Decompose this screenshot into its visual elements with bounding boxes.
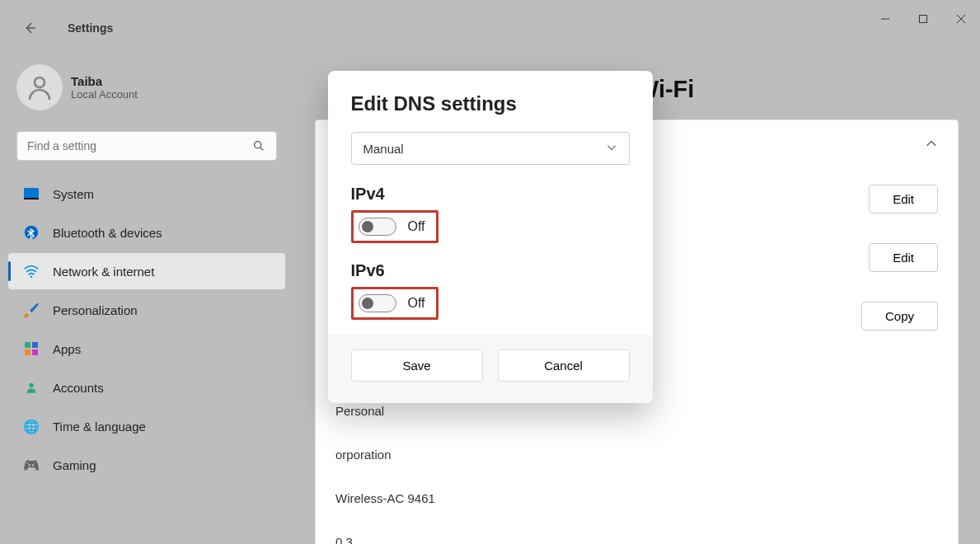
sidebar-item-bluetooth[interactable]: Bluetooth & devices: [8, 214, 285, 251]
sidebar-item-label: Gaming: [53, 458, 96, 472]
select-value: Manual: [363, 142, 404, 156]
svg-rect-1: [920, 16, 927, 23]
driver-version-value: 0.3: [335, 535, 938, 544]
svg-point-6: [255, 142, 261, 148]
sidebar-item-network[interactable]: Network & internet: [8, 253, 285, 289]
edit-dns-modal: Edit DNS settings Manual IPv4 Off IPv6 O…: [328, 71, 653, 403]
sidebar-item-system[interactable]: System: [8, 176, 285, 212]
ipv6-toggle-row: Off: [351, 287, 438, 320]
svg-line-7: [260, 148, 263, 150]
paint-icon: 🖌️: [23, 302, 40, 318]
ipv4-toggle-row: Off: [351, 210, 438, 243]
back-button[interactable]: [16, 15, 43, 41]
sidebar-item-time-language[interactable]: 🌐 Time & language: [8, 408, 285, 444]
svg-point-16: [29, 383, 33, 387]
ipv4-state: Off: [408, 219, 425, 234]
security-value: Personal: [335, 404, 938, 418]
save-button[interactable]: Save: [351, 349, 483, 382]
sidebar-item-label: Time & language: [53, 420, 146, 434]
search-input[interactable]: [16, 131, 277, 161]
user-block[interactable]: Taiba Local Account: [0, 56, 293, 119]
globe-icon: 🌐: [23, 418, 40, 434]
svg-rect-13: [32, 342, 38, 348]
window-controls: [866, 0, 980, 38]
sidebar-item-label: Personalization: [53, 303, 138, 317]
user-name: Taiba: [71, 74, 138, 88]
chevron-up-icon[interactable]: [925, 137, 938, 153]
app-title: Settings: [68, 21, 113, 35]
svg-rect-8: [24, 188, 39, 198]
manufacturer-value: orporation: [335, 448, 938, 462]
dns-mode-select[interactable]: Manual: [351, 132, 630, 165]
svg-point-5: [35, 77, 45, 87]
gaming-icon: 🎮: [23, 457, 40, 473]
wifi-icon: [23, 263, 40, 279]
description-value: Wireless-AC 9461: [335, 491, 938, 505]
ipv6-state: Off: [408, 296, 425, 311]
sidebar-item-label: System: [53, 187, 94, 201]
sidebar-item-accounts[interactable]: Accounts: [8, 369, 285, 406]
search-icon: [252, 139, 265, 156]
svg-rect-14: [25, 349, 30, 355]
ipv6-label: IPv6: [351, 261, 630, 280]
display-icon: [23, 185, 40, 202]
svg-rect-9: [24, 198, 39, 199]
bluetooth-icon: [23, 224, 40, 241]
ipv4-label: IPv4: [351, 185, 630, 204]
avatar: [16, 64, 63, 110]
edit-ip-button[interactable]: Edit: [869, 185, 938, 213]
svg-point-11: [30, 275, 33, 278]
sidebar-item-label: Apps: [53, 342, 81, 356]
sidebar-item-gaming[interactable]: 🎮 Gaming: [8, 447, 285, 483]
chevron-down-icon: [606, 142, 617, 156]
cancel-button[interactable]: Cancel: [498, 349, 630, 382]
minimize-button[interactable]: [866, 0, 904, 38]
ipv6-toggle[interactable]: [359, 294, 396, 312]
person-icon: [23, 379, 40, 396]
close-button[interactable]: [942, 0, 980, 38]
sidebar-item-label: Network & internet: [53, 265, 154, 279]
maximize-button[interactable]: [904, 0, 942, 38]
sidebar-item-apps[interactable]: Apps: [8, 331, 285, 367]
ipv4-toggle[interactable]: [359, 218, 396, 236]
svg-rect-12: [25, 342, 30, 348]
sidebar-item-label: Accounts: [53, 381, 104, 395]
apps-icon: [23, 340, 40, 357]
svg-rect-15: [32, 349, 38, 355]
sidebar-item-label: Bluetooth & devices: [53, 226, 162, 240]
modal-title: Edit DNS settings: [351, 92, 630, 115]
sidebar-item-personalization[interactable]: 🖌️ Personalization: [8, 292, 285, 328]
copy-button[interactable]: Copy: [861, 302, 938, 331]
user-subtitle: Local Account: [71, 88, 138, 101]
sidebar-nav: System Bluetooth & devices Network & int…: [0, 176, 293, 483]
edit-dns-button[interactable]: Edit: [869, 243, 938, 272]
